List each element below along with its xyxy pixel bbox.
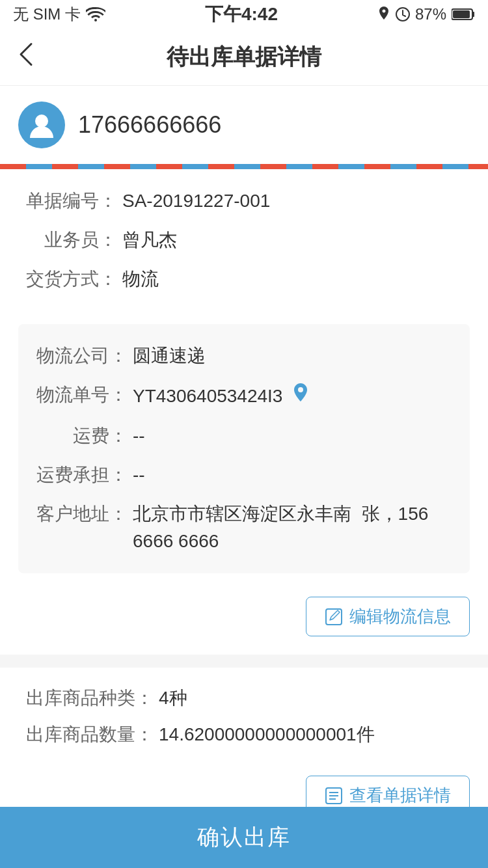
- logistics-company-label: 物流公司：: [36, 342, 128, 370]
- delivery-row: 交货方式： 物流: [26, 265, 462, 293]
- address-label: 客户地址：: [36, 500, 128, 528]
- carrier-text: 无 SIM 卡: [13, 4, 81, 25]
- status-time: 下午4:42: [205, 2, 278, 27]
- freight-row: 运费： --: [36, 422, 452, 450]
- freight-bear-value: --: [133, 461, 452, 489]
- doc-no-row: 单据编号： SA-20191227-001: [26, 187, 462, 215]
- wifi-icon: [86, 7, 105, 21]
- document-info-section: 单据编号： SA-20191227-001 业务员： 曾凡杰 交货方式： 物流: [0, 169, 488, 311]
- detail-btn-label: 查看单据详情: [349, 784, 451, 807]
- delivery-label: 交货方式：: [26, 265, 117, 293]
- battery-icon: [452, 8, 475, 21]
- edit-logistics-button[interactable]: 编辑物流信息: [306, 597, 470, 636]
- user-icon: [27, 111, 56, 139]
- section-gap-1: [0, 655, 488, 668]
- user-row: 17666666666: [0, 86, 488, 164]
- salesperson-value: 曾凡杰: [122, 226, 462, 254]
- delivery-value: 物流: [122, 265, 462, 293]
- user-phone: 17666666666: [78, 111, 221, 139]
- battery-text: 87%: [415, 5, 446, 23]
- nav-bar: 待出库单据详情: [0, 29, 488, 86]
- goods-qty-label: 出库商品数量：: [26, 722, 154, 747]
- salesperson-label: 业务员：: [26, 226, 117, 254]
- confirm-btn-container: 确认出库: [0, 807, 488, 868]
- doc-no-value: SA-20191227-001: [122, 187, 462, 215]
- list-icon: [325, 787, 343, 805]
- goods-qty-value: 14.62000000000000001件: [159, 722, 375, 747]
- status-right: 87%: [377, 5, 475, 23]
- salesperson-row: 业务员： 曾凡杰: [26, 226, 462, 254]
- confirm-outbound-button[interactable]: 确认出库: [197, 822, 291, 852]
- svg-point-4: [35, 115, 48, 128]
- svg-rect-2: [472, 12, 474, 17]
- edit-btn-label: 编辑物流信息: [349, 605, 451, 628]
- freight-value: --: [133, 422, 452, 450]
- logistics-tracking-value: YT43064053424I3: [133, 381, 452, 411]
- dashed-divider: [0, 164, 488, 169]
- location-status-icon: [377, 7, 390, 22]
- address-value: 北京市市辖区海淀区永丰南 张，156 6666 6666: [133, 500, 452, 555]
- logistics-tracking-row: 物流单号： YT43064053424I3: [36, 381, 452, 411]
- edit-btn-row: 编辑物流信息: [0, 586, 488, 655]
- address-row: 客户地址： 北京市市辖区海淀区永丰南 张，156 6666 6666: [36, 500, 452, 555]
- goods-section: 出库商品种类： 4种 出库商品数量： 14.62000000000000001件: [0, 668, 488, 765]
- edit-icon: [325, 608, 343, 626]
- logistics-company-row: 物流公司： 圆通速递: [36, 342, 452, 370]
- logistics-tracking-label: 物流单号：: [36, 381, 128, 409]
- goods-type-value: 4种: [159, 686, 187, 711]
- goods-type-row: 出库商品种类： 4种: [26, 686, 462, 711]
- goods-type-label: 出库商品种类：: [26, 686, 154, 711]
- goods-qty-row: 出库商品数量： 14.62000000000000001件: [26, 722, 462, 747]
- logistics-company-value: 圆通速递: [133, 342, 452, 370]
- freight-bear-label: 运费承担：: [36, 461, 128, 489]
- freight-label: 运费：: [36, 422, 128, 450]
- svg-rect-3: [453, 10, 470, 18]
- logistics-card: 物流公司： 圆通速递 物流单号： YT43064053424I3 运费： --: [18, 324, 470, 573]
- status-bar: 无 SIM 卡 下午4:42 87%: [0, 0, 488, 29]
- status-left: 无 SIM 卡: [13, 4, 105, 25]
- back-button[interactable]: [18, 41, 34, 73]
- clock-icon: [396, 7, 410, 21]
- tracking-location-icon[interactable]: [290, 381, 311, 411]
- doc-no-label: 单据编号：: [26, 187, 117, 215]
- page-title: 待出库单据详情: [167, 42, 321, 72]
- avatar: [18, 102, 65, 148]
- freight-bear-row: 运费承担： --: [36, 461, 452, 489]
